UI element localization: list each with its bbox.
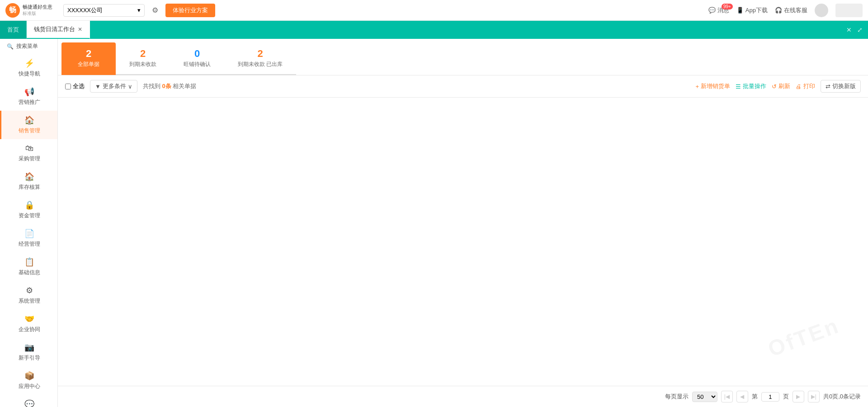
sidebar-item-quick-nav[interactable]: ⚡ 快捷导航 (0, 54, 57, 82)
select-all-checkbox-label[interactable]: 全选 (65, 82, 85, 90)
sidebar-item-wechat[interactable]: 💬 企业微信 (0, 395, 57, 407)
watermark: OfTEn (765, 313, 843, 362)
inventory-label: 库存核算 (19, 183, 40, 191)
sidebar-item-marketing[interactable]: 📢 营销推广 (0, 82, 57, 111)
toolbar-right: + 新增销货单 ☰ 批量操作 ↺ 刷新 🖨 打印 ⇄ 切换新版 (695, 80, 861, 93)
company-selector[interactable]: XXXXXX公司 ▾ (63, 4, 145, 17)
app-center-icon: 📦 (24, 371, 34, 381)
experience-button[interactable]: 体验行业方案 (165, 4, 215, 17)
print-button[interactable]: 🖨 打印 (796, 82, 815, 90)
finance-label: 资金管理 (19, 212, 40, 220)
tab-cashflow[interactable]: 钱货日清工作台 ✕ (27, 21, 90, 39)
last-page-button[interactable]: ▶| (808, 391, 820, 402)
filter-button[interactable]: ▼ 更多条件 ∨ (90, 80, 137, 93)
match-text: 共找到 0条 相关单据 (143, 82, 196, 90)
sidebar-item-operations[interactable]: 📄 经营管理 (0, 224, 57, 253)
refresh-label: 刷新 (778, 82, 790, 90)
next-page-button[interactable]: ▶ (793, 391, 804, 402)
pending-label: 旺铺待确认 (184, 61, 211, 68)
top-header: 畅 畅捷通好生意 标准版 XXXXXX公司 ▾ ⚙ 体验行业方案 💬 消息 99… (0, 0, 868, 21)
sidebar-search[interactable]: 🔍 搜索菜单 (0, 39, 57, 54)
page-number-input[interactable] (761, 392, 779, 402)
main-layout: 🔍 搜索菜单 ⚡ 快捷导航 📢 营销推广 🏠 销售管理 🛍 采购管理 🏠 库存核… (0, 39, 868, 407)
page-suffix: 页 (783, 393, 789, 401)
tab-maximize-icon[interactable]: ⤢ (857, 26, 863, 33)
company-name: XXXXXX公司 (67, 6, 103, 14)
download-icon: 📱 (736, 7, 744, 14)
batch-operation-button[interactable]: ☰ 批量操作 (736, 82, 766, 90)
add-label: 新增销货单 (701, 82, 730, 90)
logo-area: 畅 畅捷通好生意 标准版 (5, 3, 63, 18)
app-download-button[interactable]: 📱 App下载 (736, 6, 768, 14)
sales-label: 销售管理 (19, 127, 40, 135)
purchase-icon: 🛍 (25, 144, 33, 153)
avatar[interactable] (815, 4, 828, 17)
tab-home[interactable]: 首页 (0, 21, 27, 39)
settings-button[interactable]: ⚙ (148, 4, 162, 17)
sidebar-item-guide[interactable]: 📷 新手引导 (0, 338, 57, 366)
logo-icon: 畅 (5, 3, 20, 18)
sidebar-item-inventory[interactable]: 🏠 库存核算 (0, 167, 57, 196)
overdue-shipped-label: 到期未收款 已出库 (238, 61, 283, 68)
pending-count: 0 (194, 48, 200, 60)
refresh-button[interactable]: ↺ 刷新 (772, 82, 790, 90)
stat-tab-pending[interactable]: 0 旺铺待确认 (170, 42, 224, 75)
system-label: 系统管理 (19, 297, 40, 305)
finance-icon: 🔒 (24, 200, 34, 210)
sidebar-item-system[interactable]: ⚙ 系统管理 (0, 281, 57, 309)
message-button[interactable]: 💬 消息 99+ (708, 6, 729, 14)
all-count: 2 (86, 48, 91, 60)
quick-nav-label: 快捷导航 (19, 70, 40, 78)
stat-tab-overdue-shipped[interactable]: 2 到期未收款 已出库 (224, 42, 296, 75)
sidebar-item-cooperation[interactable]: 🤝 企业协同 (0, 309, 57, 338)
stats-tabs: 2 全部单据 2 到期未收款 0 旺铺待确认 2 到期未收款 已出库 (58, 39, 868, 75)
print-icon: 🖨 (796, 83, 802, 90)
sidebar-item-sales[interactable]: 🏠 销售管理 (0, 111, 57, 139)
switch-label: 切换新版 (832, 82, 856, 90)
chevron-down-icon: ▾ (137, 7, 141, 14)
print-label: 打印 (803, 82, 815, 90)
overdue-shipped-count: 2 (258, 48, 263, 60)
wechat-icon: 💬 (24, 399, 34, 407)
logo-text: 畅捷通好生意 (23, 4, 52, 10)
select-all-checkbox[interactable] (65, 84, 71, 89)
per-page-label: 每页显示 (665, 393, 689, 401)
sidebar-item-purchase[interactable]: 🛍 采购管理 (0, 139, 57, 167)
tab-minimize-icon[interactable]: ✕ (846, 26, 852, 33)
sidebar-item-basic-info[interactable]: 📋 基础信息 (0, 253, 57, 281)
switch-version-button[interactable]: ⇄ 切换新版 (821, 80, 861, 93)
inventory-icon: 🏠 (24, 172, 34, 182)
message-badge: 99+ (722, 4, 733, 9)
marketing-icon: 📢 (24, 87, 34, 97)
filter-icon: ▼ (95, 83, 101, 90)
user-name-area (835, 4, 863, 17)
overdue-label: 到期未收款 (129, 61, 156, 68)
overdue-count: 2 (140, 48, 146, 60)
filter-label: 更多条件 (103, 82, 126, 90)
sales-icon: 🏠 (24, 115, 34, 125)
add-icon: + (695, 83, 699, 90)
message-icon: 💬 (708, 7, 716, 14)
cooperation-label: 企业协同 (19, 326, 40, 333)
system-icon: ⚙ (26, 285, 33, 295)
batch-icon: ☰ (736, 83, 741, 90)
match-count: 0条 (162, 83, 171, 89)
guide-icon: 📷 (24, 342, 34, 352)
gear-icon: ⚙ (152, 6, 158, 14)
per-page-select[interactable]: 50 100 200 (692, 392, 717, 402)
sidebar-item-app-center[interactable]: 📦 应用中心 (0, 366, 57, 395)
stat-tab-all[interactable]: 2 全部单据 (61, 42, 116, 75)
logo-badge: 标准版 (23, 10, 52, 17)
stat-tab-overdue[interactable]: 2 到期未收款 (116, 42, 170, 75)
prev-page-button[interactable]: ◀ (736, 391, 748, 402)
online-service-button[interactable]: 🎧 在线客服 (775, 6, 807, 14)
header-right: 💬 消息 99+ 📱 App下载 🎧 在线客服 (708, 4, 863, 17)
all-label: 全部单据 (78, 61, 99, 68)
online-service-label: 在线客服 (784, 6, 807, 14)
sidebar-item-finance[interactable]: 🔒 资金管理 (0, 196, 57, 224)
cashflow-tab-label: 钱货日清工作台 (34, 25, 75, 33)
add-sales-order-button[interactable]: + 新增销货单 (695, 82, 730, 90)
first-page-button[interactable]: |◀ (721, 391, 733, 402)
tab-close-icon[interactable]: ✕ (78, 26, 82, 33)
home-tab-label: 首页 (7, 26, 19, 34)
